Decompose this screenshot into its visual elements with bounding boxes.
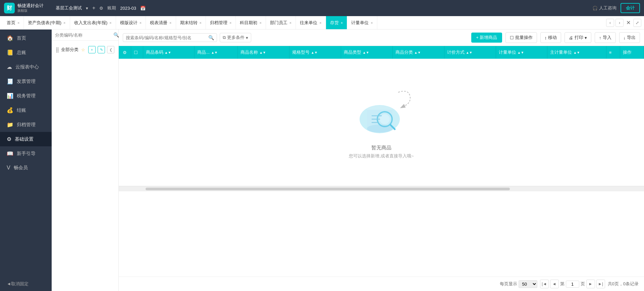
- tab-tax[interactable]: 税表清册 ×: [146, 16, 176, 30]
- per-page-select[interactable]: 50 100 200: [519, 280, 537, 288]
- sidebar-item-settings[interactable]: ⚙ 基础设置: [0, 132, 52, 146]
- sidebar-item-guide[interactable]: 📖 新手引导: [0, 146, 52, 161]
- sidebar-label-home: 首页: [17, 35, 26, 41]
- tab-close-department[interactable]: ×: [289, 21, 291, 25]
- print-button[interactable]: 🖨 打印 ▾: [565, 32, 591, 43]
- tab-partners[interactable]: 往来单位 ×: [296, 16, 326, 30]
- tab-close-tax[interactable]: ×: [169, 21, 171, 25]
- more-conditions-button[interactable]: ⧉ 更多条件 ▾: [220, 33, 251, 42]
- category-search-input[interactable]: [55, 33, 111, 38]
- next-page-button[interactable]: ►: [586, 280, 595, 288]
- page-suffix: 页: [581, 281, 585, 287]
- print-dropdown-icon: ▾: [585, 35, 587, 40]
- tab-close-period-end[interactable]: ×: [200, 21, 202, 25]
- service-button[interactable]: 🎧 人工咨询: [592, 5, 616, 11]
- logo-area: 财 畅捷通好会计 旗舰版: [4, 3, 56, 13]
- sidebar-unpin-button[interactable]: ◄取消固定: [0, 277, 52, 291]
- batch-operation-button[interactable]: ☐ 批量操作: [505, 32, 537, 43]
- col-header-gear[interactable]: ⚙: [119, 46, 131, 59]
- sidebar-item-ledger[interactable]: 📒 总账: [0, 45, 52, 60]
- tab-subject[interactable]: 科目期初 ×: [236, 16, 266, 30]
- col-header-check[interactable]: ☐: [131, 46, 143, 59]
- tab-homepage[interactable]: 首页 ×: [3, 16, 24, 30]
- product-search-input[interactable]: [126, 35, 206, 40]
- sidebar-item-member[interactable]: V 畅会员: [0, 161, 52, 175]
- sidebar-label-member: 畅会员: [14, 165, 28, 171]
- add-product-button[interactable]: + 新增商品: [471, 33, 502, 43]
- empty-title: 暂无商品: [371, 145, 391, 151]
- sidebar-item-reports[interactable]: ☁ 云报表中心: [0, 60, 52, 74]
- tab-close-all-button[interactable]: ✕: [626, 19, 631, 26]
- tab-template[interactable]: 模版设计 ×: [116, 16, 146, 30]
- tab-close-inventory[interactable]: ×: [341, 21, 343, 25]
- print-icon: 🖨: [569, 35, 573, 40]
- col-header-name[interactable]: 商品名称 ▲▼: [238, 46, 289, 59]
- category-add-button[interactable]: +: [88, 46, 96, 53]
- tab-close-income[interactable]: ×: [109, 21, 111, 25]
- move-button[interactable]: ↕ 移动: [540, 32, 561, 43]
- category-collapse-button[interactable]: ❮: [107, 46, 114, 53]
- home-icon: 🏠: [7, 35, 13, 41]
- tab-close-archive[interactable]: ×: [229, 21, 231, 25]
- top-header: 财 畅捷通好会计 旗舰版 基层工会测试 ▾ + ⚙ 账期 2023-03 📅 🎧…: [0, 0, 644, 16]
- col-header-code[interactable]: 商品... ▲▼: [195, 46, 238, 59]
- tab-close-partners[interactable]: ×: [319, 21, 321, 25]
- category-edit-button[interactable]: ✎: [98, 46, 105, 53]
- col-header-type[interactable]: 商品类型 ▲▼: [341, 46, 392, 59]
- calendar-icon[interactable]: 📅: [140, 6, 146, 11]
- sidebar-label-closing: 结账: [17, 107, 26, 113]
- account-button[interactable]: 会计: [621, 3, 640, 13]
- sort-category-icon: ▲▼: [414, 51, 421, 54]
- sidebar-item-home[interactable]: 🏠 首页: [0, 31, 52, 45]
- tax-icon: 📊: [7, 93, 13, 99]
- last-page-button[interactable]: ►|: [596, 280, 605, 288]
- sort-barcode-icon: ▲▼: [165, 51, 171, 54]
- tab-close-homepage[interactable]: ×: [17, 21, 19, 25]
- tab-close-unit[interactable]: ×: [371, 21, 373, 25]
- settings-icon[interactable]: ⚙: [99, 6, 103, 11]
- tab-close-template[interactable]: ×: [140, 21, 142, 25]
- tab-inventory[interactable]: 存货 ×: [326, 16, 347, 30]
- tab-prev-button[interactable]: ‹: [606, 19, 614, 27]
- col-header-barcode[interactable]: 商品条码 ▲▼: [143, 46, 195, 59]
- import-button[interactable]: ↑ 导入: [595, 32, 616, 43]
- col-header-main-unit[interactable]: 主计量单位 ▲▼: [547, 46, 606, 59]
- col-header-price-method[interactable]: 计价方式 ▲▼: [444, 46, 496, 59]
- col-header-category[interactable]: 商品分类 ▲▼: [392, 46, 444, 59]
- pagination-bar: 每页显示 50 100 200 |◄ ◄ 第 页 ►: [119, 277, 644, 291]
- tab-department[interactable]: 部门员工 ×: [266, 16, 296, 30]
- add-icon[interactable]: +: [92, 5, 95, 11]
- tab-close-balance[interactable]: ×: [63, 21, 65, 25]
- page-navigation: |◄ ◄ 第 页 ► ►|: [540, 280, 605, 288]
- tab-close-subject[interactable]: ×: [259, 21, 261, 25]
- tab-period-end[interactable]: 期末结转 ×: [176, 16, 206, 30]
- category-search-icon[interactable]: 🔍: [113, 32, 119, 38]
- first-page-button[interactable]: |◄: [540, 280, 549, 288]
- tab-navigation: ‹ › ✕ ⤢: [606, 19, 641, 27]
- horizontal-scrollbar[interactable]: [119, 186, 644, 191]
- tab-balance[interactable]: 资产负债表(中期) ×: [24, 16, 70, 30]
- sidebar-item-closing[interactable]: 💰 结账: [0, 103, 52, 117]
- col-header-spec[interactable]: 规格型号 ▲▼: [289, 46, 341, 59]
- sidebar-item-invoice[interactable]: 🧾 发票管理: [0, 74, 52, 89]
- tab-expand-button[interactable]: ⤢: [633, 19, 641, 27]
- table-header-row: ⚙ ☐ 商品条码 ▲▼ 商品..: [119, 46, 644, 59]
- tab-next-button[interactable]: ›: [615, 19, 624, 27]
- tab-archive[interactable]: 归档管理 ×: [206, 16, 236, 30]
- sidebar-label-invoice: 发票管理: [17, 79, 36, 85]
- export-button[interactable]: ↓ 导出: [619, 32, 640, 43]
- product-search-icon[interactable]: 🔍: [208, 35, 214, 40]
- dropdown-icon[interactable]: ▾: [86, 6, 88, 11]
- sidebar-item-tax[interactable]: 📊 税务管理: [0, 89, 52, 103]
- category-all-item[interactable]: ⣿ 全部分类 ☆ + ✎ ❮: [52, 43, 118, 56]
- tab-unit[interactable]: 计量单位 ×: [347, 16, 377, 30]
- prev-page-button[interactable]: ◄: [550, 280, 559, 288]
- sidebar-item-archive[interactable]: 📁 归档管理: [0, 117, 52, 132]
- chevron-down-icon: ▾: [246, 35, 248, 40]
- col-header-extra[interactable]: ≡: [606, 46, 620, 59]
- tab-income[interactable]: 收入支出表(年报) ×: [70, 16, 116, 30]
- page-number-input[interactable]: [566, 281, 579, 288]
- company-name[interactable]: 基层工会测试: [56, 5, 82, 11]
- col-header-unit[interactable]: 计量单位 ▲▼: [496, 46, 547, 59]
- col-header-action: 操作: [620, 46, 644, 59]
